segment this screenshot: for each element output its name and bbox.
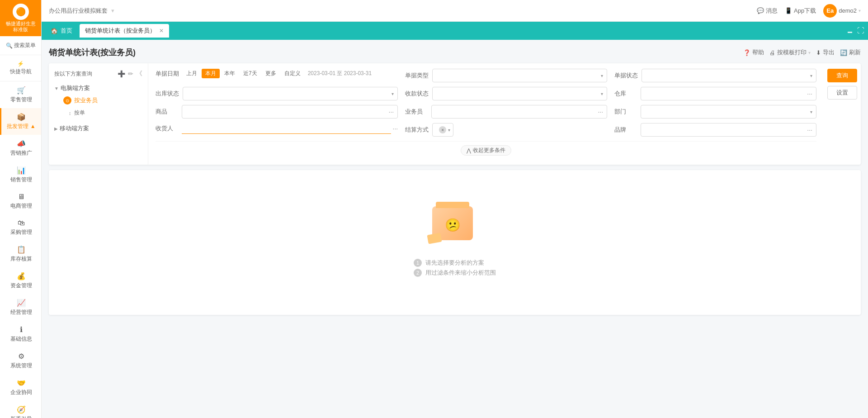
sidebar-item-enterprise[interactable]: 🤝 企业协同	[0, 374, 41, 401]
date-tab-this-month[interactable]: 本月	[202, 69, 220, 78]
export-button[interactable]: ⬇ 导出	[816, 48, 835, 57]
sidebar-item-retail[interactable]: 🛒 零售管理	[0, 81, 41, 108]
date-tab-this-year[interactable]: 本年	[221, 69, 239, 78]
scheme-add-icon[interactable]: ➕	[118, 70, 125, 77]
goods-dots-icon: ···	[389, 108, 394, 115]
message-label: 消息	[766, 7, 778, 15]
sidebar-item-ecommerce[interactable]: 🖥 电商管理	[0, 188, 41, 214]
out-status-select[interactable]: ▾	[183, 87, 398, 100]
date-tab-custom[interactable]: 自定义	[281, 69, 304, 78]
scheme-edit-icon[interactable]: ✏	[128, 70, 133, 77]
salesman-select[interactable]: ···	[431, 105, 607, 119]
category-arrow-icon: ▼	[54, 86, 59, 91]
query-button[interactable]: 查询	[827, 69, 857, 82]
refresh-label: 刷新	[849, 48, 861, 57]
receipt-status-arrow-icon: ▾	[601, 91, 603, 96]
tab-bar: 🏠 首页 销货单统计表（按业务员） ✕ 🗕 ⛶	[42, 22, 868, 40]
inventory-icon: 📋	[17, 245, 26, 254]
user-label: demo2	[839, 7, 857, 14]
filter-receipt-status: 收款状态 ▾	[405, 87, 607, 100]
scheme-category-mobile-header[interactable]: ▶ 移动端方案	[54, 123, 142, 134]
sidebar-item-marketing[interactable]: 📣 营销推广	[0, 135, 41, 162]
filter-out-status: 出库状态 ▾	[156, 87, 398, 100]
app-icon: 📱	[785, 7, 792, 14]
sidebar-item-sales[interactable]: 📊 销售管理	[0, 162, 41, 188]
wholesale-icon: 📦	[17, 113, 26, 121]
filter-doc-status: 单据状态 ▾	[614, 69, 816, 82]
nav-label: 快捷导航	[10, 68, 32, 76]
settlement-close-icon[interactable]: ×	[439, 126, 446, 133]
help-button[interactable]: ❓ 帮助	[743, 48, 764, 57]
collapse-button[interactable]: ⋀ 收起更多条件	[461, 145, 511, 156]
empty-tips: 1 请先选择要分析的方案 2 用过滤条件来缩小分析范围	[414, 259, 496, 279]
scheme-category-pc: ▼ 电脑端方案 ⊙ 按业务员 ↕ 按单	[49, 81, 148, 121]
goods-select[interactable]: ···	[182, 105, 398, 119]
sidebar-item-operation[interactable]: 📈 经营管理	[0, 294, 41, 321]
settlement-tag[interactable]: × ▾	[432, 123, 453, 137]
print-button[interactable]: 🖨 按模板打印 ▾	[769, 48, 811, 57]
sidebar-item-inventory[interactable]: 📋 库存核算	[0, 241, 41, 267]
sidebar-menu: 🛒 零售管理 📦 批发管理 ▲ 📣 营销推广 📊 销售管理 🖥 电商管理 🛍 采…	[0, 81, 41, 418]
doc-status-select[interactable]: ▾	[642, 69, 816, 82]
filter-salesman: 业务员 ···	[405, 105, 607, 119]
quick-nav-button[interactable]: ⚡ 快捷导航	[0, 55, 41, 81]
date-tab-more[interactable]: 更多	[262, 69, 280, 78]
sidebar-item-guide[interactable]: 🧭 新手引导	[0, 401, 41, 418]
tab-sales-stat[interactable]: 销货单统计表（按业务员） ✕	[80, 24, 169, 38]
brand-select[interactable]: ···	[641, 123, 816, 137]
sidebar-item-label: 基础信息	[10, 335, 32, 343]
filter-doc-type: 单据类型 ▾	[405, 69, 607, 82]
basic-icon: ℹ	[20, 325, 23, 334]
date-tab-last-month[interactable]: 上月	[183, 69, 201, 78]
receipt-status-label: 收款状态	[405, 90, 429, 98]
home-icon: 🏠	[51, 28, 58, 34]
sidebar-item-label: 库存核算	[10, 255, 32, 263]
sidebar-item-label: 系统管理	[10, 362, 32, 370]
warehouse-select[interactable]: ···	[641, 87, 816, 100]
sidebar-item-system[interactable]: ⚙ 系统管理	[0, 347, 41, 374]
operation-icon: 📈	[17, 299, 26, 307]
refresh-button[interactable]: 🔄 刷新	[840, 48, 861, 57]
receiver-input[interactable]	[182, 123, 391, 134]
message-button[interactable]: 💬 消息	[757, 7, 778, 15]
tab-home[interactable]: 🏠 首页	[45, 24, 78, 38]
goods-label: 商品	[156, 108, 178, 116]
scheme-collapse-icon[interactable]: 《	[136, 70, 142, 78]
date-tab-7days[interactable]: 近7天	[240, 69, 261, 78]
tab-minimize-icon[interactable]: 🗕	[846, 27, 854, 35]
receipt-status-select[interactable]: ▾	[432, 87, 607, 100]
page-title-bar: 销货单统计表(按业务员) ❓ 帮助 🖨 按模板打印 ▾ ⬇ 导出	[49, 47, 861, 58]
filter-warehouse: 仓库 ···	[614, 87, 816, 100]
sidebar-logo[interactable]: 🟠 畅捷通好生意 标准版	[0, 0, 41, 36]
app-download-button[interactable]: 📱 App下载	[785, 7, 816, 15]
message-icon: 💬	[757, 7, 764, 14]
scheme-category-mobile: ▶ 移动端方案	[49, 121, 148, 136]
setting-button[interactable]: 设置	[827, 86, 857, 100]
scheme-item-order[interactable]: ↕ 按单	[54, 107, 142, 119]
scheme-salesman-icon: ⊙	[63, 96, 71, 104]
tip-1-text: 请先选择要分析的方案	[425, 259, 484, 267]
salesman-dots-icon: ···	[598, 108, 603, 115]
out-status-arrow-icon: ▾	[392, 91, 394, 96]
tab-close-icon[interactable]: ✕	[159, 28, 164, 34]
sidebar-item-basic[interactable]: ℹ 基础信息	[0, 321, 41, 347]
purchase-icon: 🛍	[18, 219, 25, 227]
scheme-header-actions: ➕ ✏ 《	[118, 70, 142, 78]
dept-select[interactable]: ▾	[641, 105, 816, 119]
sidebar-item-finance[interactable]: 💰 资金管理	[0, 267, 41, 294]
empty-tip-1: 1 请先选择要分析的方案	[414, 259, 496, 267]
doc-status-label: 单据状态	[614, 71, 638, 80]
user-menu-button[interactable]: Ea demo2 ▾	[823, 4, 861, 18]
scheme-category-pc-header[interactable]: ▼ 电脑端方案	[54, 82, 142, 94]
doc-type-select[interactable]: ▾	[432, 69, 607, 82]
scheme-order-label: 按单	[74, 109, 85, 117]
sidebar-item-purchase[interactable]: 🛍 采购管理	[0, 214, 41, 241]
tab-maximize-icon[interactable]: ⛶	[857, 27, 864, 35]
filter-dept: 部门 ▾	[614, 105, 816, 119]
sidebar-item-wholesale[interactable]: 📦 批发管理 ▲	[0, 108, 41, 135]
settlement-arrow-icon: ▾	[448, 128, 450, 133]
sidebar-search-button[interactable]: 🔍 搜索菜单	[0, 36, 41, 55]
date-range-wrap: 上月 本月 本年 近7天 更多 自定义 2023-03-01 至 2023-03…	[183, 69, 398, 78]
tip-2-text: 用过滤条件来缩小分析范围	[425, 269, 496, 277]
scheme-item-salesman[interactable]: ⊙ 按业务员	[54, 94, 142, 107]
